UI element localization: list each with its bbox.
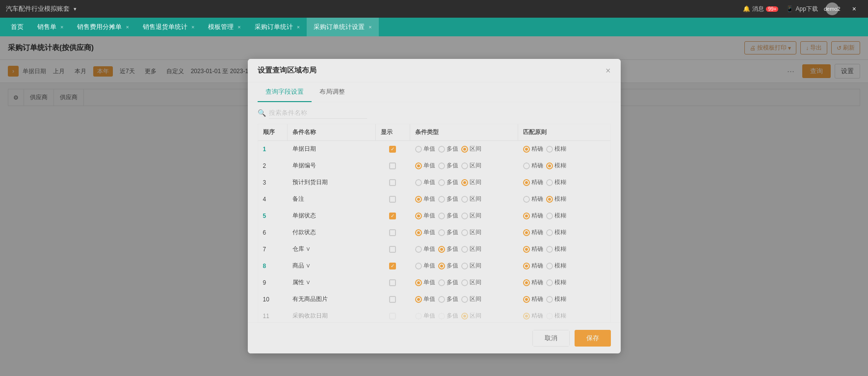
radio-exact-3[interactable]: 精确: [523, 178, 543, 187]
radio-multi-7[interactable]: 多值: [438, 245, 458, 253]
dropdown-arrow-icon[interactable]: ▾: [74, 6, 77, 12]
checkbox-5[interactable]: [389, 213, 396, 219]
checkbox-11[interactable]: [389, 313, 396, 320]
message-btn[interactable]: 🔔 消息 99+: [743, 5, 778, 13]
cell-display-11[interactable]: [376, 308, 410, 322]
radio-range-8[interactable]: 区间: [461, 262, 481, 270]
radio-fuzzy-7[interactable]: 模糊: [546, 245, 566, 253]
radio-single-3[interactable]: 单值: [415, 178, 435, 187]
radio-fuzzy-11[interactable]: 模糊: [546, 312, 566, 320]
radio-range-11[interactable]: 区间: [461, 312, 481, 320]
checkbox-7[interactable]: [389, 246, 396, 253]
nav-tab-3[interactable]: 销售退货单统计 ×: [136, 18, 201, 36]
cell-display-5[interactable]: [376, 208, 410, 224]
nav-tab-1[interactable]: 销售单 ×: [30, 18, 70, 36]
radio-single-2[interactable]: 单值: [415, 161, 435, 170]
checkbox-4[interactable]: [389, 196, 396, 203]
radio-multi-1[interactable]: 多值: [438, 145, 458, 153]
tab-layout-adjust[interactable]: 布局调整: [312, 82, 353, 102]
nav-tab-close-1[interactable]: ×: [60, 24, 63, 30]
radio-single-7[interactable]: 单值: [415, 245, 435, 253]
nav-tab-active[interactable]: 采购订单统计设置 ×: [307, 18, 378, 36]
cell-display-10[interactable]: [376, 291, 410, 307]
radio-single-4[interactable]: 单值: [415, 195, 435, 203]
radio-single-1[interactable]: 单值: [415, 145, 435, 153]
radio-exact-5[interactable]: 精确: [523, 212, 543, 220]
nav-tab-close-2[interactable]: ×: [126, 24, 129, 30]
radio-multi-4[interactable]: 多值: [438, 195, 458, 203]
radio-fuzzy-10[interactable]: 模糊: [546, 295, 566, 303]
radio-fuzzy-8[interactable]: 模糊: [546, 262, 566, 270]
radio-single-8[interactable]: 单值: [415, 262, 435, 270]
cell-display-6[interactable]: [376, 224, 410, 241]
search-input[interactable]: [269, 107, 367, 119]
radio-range-10[interactable]: 区间: [461, 295, 481, 303]
checkbox-1[interactable]: [389, 146, 396, 153]
radio-exact-7[interactable]: 精确: [523, 245, 543, 253]
save-btn[interactable]: 保存: [575, 330, 611, 347]
radio-range-2[interactable]: 区间: [461, 161, 481, 170]
radio-exact-4[interactable]: 精确: [523, 195, 543, 203]
cell-display-4[interactable]: [376, 191, 410, 207]
radio-exact-6[interactable]: 精确: [523, 228, 543, 237]
radio-multi-10[interactable]: 多值: [438, 295, 458, 303]
nav-tab-4[interactable]: 模板管理 ×: [201, 18, 247, 36]
cell-display-7[interactable]: [376, 241, 410, 257]
radio-range-3[interactable]: 区间: [461, 178, 481, 187]
radio-range-1[interactable]: 区间: [461, 145, 481, 153]
radio-range-5[interactable]: 区间: [461, 212, 481, 220]
radio-fuzzy-5[interactable]: 模糊: [546, 212, 566, 220]
nav-tab-close-active[interactable]: ×: [368, 24, 371, 30]
radio-fuzzy-9[interactable]: 模糊: [546, 278, 566, 287]
radio-exact-2[interactable]: 精确: [523, 161, 543, 170]
checkbox-3[interactable]: [389, 179, 396, 186]
nav-tab-close-3[interactable]: ×: [191, 24, 194, 30]
nav-tab-close-5[interactable]: ×: [297, 24, 300, 30]
radio-range-4[interactable]: 区间: [461, 195, 481, 203]
radio-single-6[interactable]: 单值: [415, 228, 435, 237]
radio-fuzzy-2[interactable]: 模糊: [546, 161, 566, 170]
dialog-close-btn[interactable]: ×: [605, 66, 611, 75]
radio-multi-2[interactable]: 多值: [438, 161, 458, 170]
topbar-close-btn[interactable]: ×: [846, 5, 862, 13]
checkbox-10[interactable]: [389, 296, 396, 303]
radio-exact-8[interactable]: 精确: [523, 262, 543, 270]
radio-multi-8[interactable]: 多值: [438, 262, 458, 270]
radio-range-7[interactable]: 区间: [461, 245, 481, 253]
tab-query-fields[interactable]: 查询字段设置: [258, 82, 312, 102]
nav-home[interactable]: 首页: [4, 18, 30, 36]
radio-fuzzy-3[interactable]: 模糊: [546, 178, 566, 187]
cancel-btn[interactable]: 取消: [532, 330, 570, 347]
user-menu[interactable]: demo2: [826, 2, 839, 15]
nav-tab-close-4[interactable]: ×: [237, 24, 240, 30]
nav-tab-5[interactable]: 采购订单统计 ×: [248, 18, 307, 36]
checkbox-2[interactable]: [389, 162, 396, 169]
radio-multi-5[interactable]: 多值: [438, 212, 458, 220]
nav-tab-2[interactable]: 销售费用分摊单 ×: [70, 18, 135, 36]
radio-single-5[interactable]: 单值: [415, 212, 435, 220]
radio-multi-9[interactable]: 多值: [438, 278, 458, 287]
checkbox-6[interactable]: [389, 229, 396, 236]
radio-single-11[interactable]: 单值: [415, 312, 435, 320]
radio-single-9[interactable]: 单值: [415, 278, 435, 287]
radio-range-6[interactable]: 区间: [461, 228, 481, 237]
radio-multi-6[interactable]: 多值: [438, 228, 458, 237]
cell-display-2[interactable]: [376, 158, 410, 174]
radio-fuzzy-1[interactable]: 模糊: [546, 145, 566, 153]
radio-multi-3[interactable]: 多值: [438, 178, 458, 187]
cell-display-8[interactable]: [376, 258, 410, 274]
cell-display-9[interactable]: [376, 274, 410, 291]
app-download-btn[interactable]: 📱 App下载: [786, 5, 817, 13]
radio-multi-11[interactable]: 多值: [438, 312, 458, 320]
radio-exact-10[interactable]: 精确: [523, 295, 543, 303]
radio-exact-1[interactable]: 精确: [523, 145, 543, 153]
radio-range-9[interactable]: 区间: [461, 278, 481, 287]
radio-exact-11[interactable]: 精确: [523, 312, 543, 320]
checkbox-8[interactable]: [389, 263, 396, 269]
radio-fuzzy-6[interactable]: 模糊: [546, 228, 566, 237]
cell-display-1[interactable]: [376, 141, 410, 157]
radio-exact-9[interactable]: 精确: [523, 278, 543, 287]
radio-single-10[interactable]: 单值: [415, 295, 435, 303]
radio-fuzzy-4[interactable]: 模糊: [546, 195, 566, 203]
cell-display-3[interactable]: [376, 174, 410, 190]
